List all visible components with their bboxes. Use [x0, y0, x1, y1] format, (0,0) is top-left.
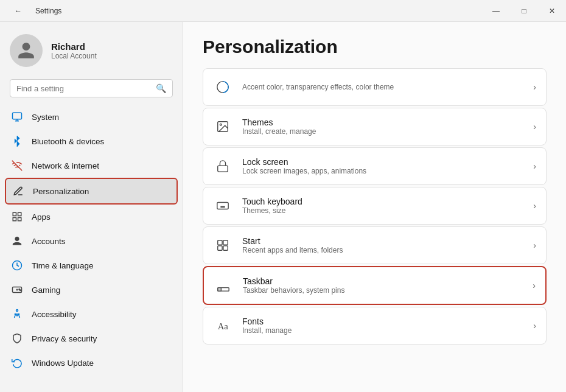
svg-rect-18 [218, 166, 228, 172]
chevron-icon-start: › [533, 240, 536, 250]
sidebar-label-bluetooth: Bluetooth & devices [32, 137, 104, 146]
sidebar-label-gaming: Gaming [32, 285, 60, 295]
system-icon [11, 111, 23, 123]
svg-rect-25 [218, 240, 222, 245]
sidebar-item-accessibility[interactable]: Accessibility [5, 302, 178, 326]
avatar [10, 34, 43, 67]
setting-desc-fonts: Install, manage [242, 326, 523, 335]
sidebar-label-accessibility: Accessibility [32, 310, 77, 319]
apps-icon [11, 211, 23, 223]
setting-title-taskbar: Taskbar [243, 276, 523, 286]
svg-text:Aa: Aa [218, 321, 229, 331]
app-body: Richard Local Account 🔍 System [0, 22, 566, 392]
setting-item-fonts[interactable]: Aa Fonts Install, manage › [203, 307, 547, 345]
setting-desc-colors: Accent color, transparency effects, colo… [242, 83, 523, 91]
page-title: Personalization [203, 22, 547, 68]
bluetooth-icon [11, 135, 23, 147]
search-input[interactable] [16, 84, 151, 93]
sidebar-item-system[interactable]: System [5, 105, 178, 129]
setting-item-lockscreen[interactable]: Lock screen Lock screen images, apps, an… [203, 147, 547, 185]
setting-title-start: Start [242, 236, 523, 246]
user-info: Richard Local Account [51, 41, 97, 60]
sidebar-label-personalization: Personalization [33, 187, 89, 196]
user-icon [16, 41, 36, 60]
user-name: Richard [51, 41, 97, 52]
svg-point-12 [20, 290, 21, 291]
gaming-icon [11, 284, 23, 296]
setting-title-lockscreen: Lock screen [242, 157, 523, 167]
svg-rect-28 [223, 246, 228, 250]
search-box[interactable]: 🔍 [10, 79, 173, 97]
maximize-button[interactable]: □ [510, 0, 538, 22]
setting-title-touchkeyboard: Touch keyboard [242, 197, 523, 206]
sidebar-label-time: Time & language [32, 261, 94, 270]
svg-rect-5 [13, 218, 16, 221]
search-icon: 🔍 [156, 83, 166, 93]
sidebar-item-privacy[interactable]: Privacy & security [5, 326, 178, 351]
setting-text-lockscreen: Lock screen Lock screen images, apps, an… [242, 157, 523, 175]
setting-item-colors[interactable]: Accent color, transparency effects, colo… [203, 68, 547, 106]
svg-rect-3 [13, 212, 16, 215]
setting-text-start: Start Recent apps and items, folders [242, 236, 523, 254]
setting-desc-themes: Install, create, manage [242, 127, 523, 136]
sidebar-label-system: System [32, 113, 59, 122]
time-icon [11, 259, 23, 271]
search-container: 🔍 [0, 77, 183, 105]
svg-point-13 [16, 310, 18, 312]
sidebar-item-network[interactable]: Network & internet [5, 153, 178, 178]
sidebar-item-personalization[interactable]: Personalization [5, 178, 178, 205]
taskbar-icon [214, 276, 233, 295]
sidebar-label-update: Windows Update [32, 359, 94, 368]
sidebar-item-bluetooth[interactable]: Bluetooth & devices [5, 129, 178, 153]
start-icon [213, 236, 232, 255]
colors-icon [213, 77, 232, 97]
update-icon [11, 357, 23, 369]
lockscreen-icon [213, 156, 232, 176]
svg-rect-6 [18, 218, 21, 221]
sidebar: Richard Local Account 🔍 System [0, 22, 183, 392]
network-icon [11, 159, 23, 172]
app-title: Settings [35, 7, 61, 15]
setting-desc-lockscreen: Lock screen images, apps, animations [242, 167, 523, 175]
themes-icon [213, 117, 232, 136]
sidebar-label-network: Network & internet [32, 161, 99, 170]
svg-rect-0 [13, 113, 22, 119]
accounts-icon [11, 235, 23, 247]
accessibility-icon [11, 308, 23, 320]
title-bar-left: ← Settings [7, 0, 61, 22]
sidebar-item-gaming[interactable]: Gaming [5, 278, 178, 302]
setting-text-fonts: Fonts Install, manage [242, 317, 523, 335]
user-profile[interactable]: Richard Local Account [0, 22, 183, 77]
content-area: Personalization Accent color, transparen… [183, 22, 566, 392]
close-button[interactable]: ✕ [538, 0, 566, 22]
setting-text-themes: Themes Install, create, manage [242, 117, 523, 136]
setting-item-start[interactable]: Start Recent apps and items, folders › [203, 226, 547, 264]
chevron-icon-taskbar: › [533, 281, 536, 290]
setting-desc-taskbar: Taskbar behaviors, system pins [243, 286, 523, 295]
minimize-button[interactable]: — [482, 0, 510, 22]
svg-rect-27 [218, 246, 222, 250]
back-button[interactable]: ← [7, 0, 29, 22]
setting-title-themes: Themes [242, 117, 523, 127]
sidebar-item-update[interactable]: Windows Update [5, 351, 178, 375]
settings-list: Accent color, transparency effects, colo… [203, 68, 547, 345]
setting-text-colors: Accent color, transparency effects, colo… [242, 83, 523, 91]
sidebar-item-apps[interactable]: Apps [5, 205, 178, 229]
sidebar-item-time[interactable]: Time & language [5, 253, 178, 278]
sidebar-item-accounts[interactable]: Accounts [5, 229, 178, 253]
setting-item-taskbar[interactable]: Taskbar Taskbar behaviors, system pins › [203, 266, 547, 305]
svg-rect-30 [218, 288, 222, 292]
window-controls: — □ ✕ [482, 0, 566, 22]
chevron-icon-colors: › [533, 82, 536, 92]
svg-point-17 [220, 124, 222, 125]
setting-item-touchkeyboard[interactable]: Touch keyboard Themes, size › [203, 187, 547, 225]
setting-title-fonts: Fonts [242, 317, 523, 326]
svg-rect-4 [18, 212, 21, 215]
setting-text-touchkeyboard: Touch keyboard Themes, size [242, 197, 523, 215]
setting-item-themes[interactable]: Themes Install, create, manage › [203, 108, 547, 145]
setting-desc-touchkeyboard: Themes, size [242, 206, 523, 215]
keyboard-icon [213, 196, 232, 215]
sidebar-label-accounts: Accounts [32, 237, 66, 246]
chevron-icon-touchkeyboard: › [533, 201, 536, 211]
user-account-type: Local Account [51, 52, 97, 60]
